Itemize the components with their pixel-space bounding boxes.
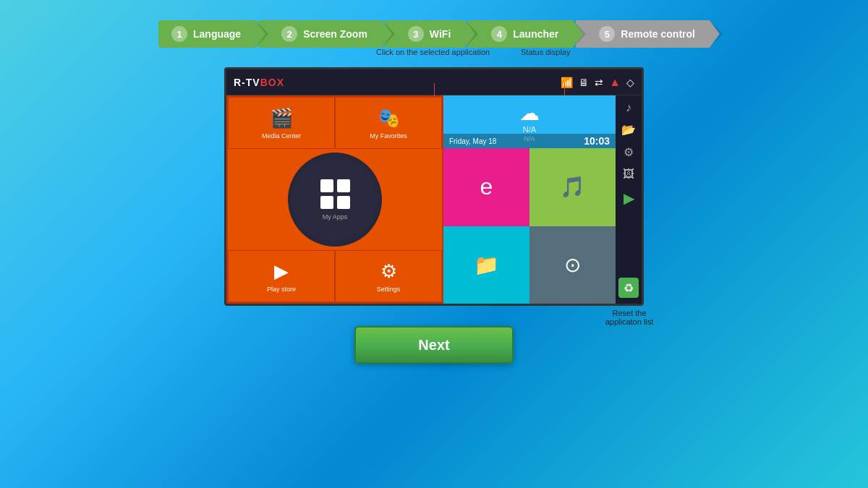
reset-annotation-label: Reset the applicaton list — [600, 309, 658, 326]
my-apps-circle: My Apps — [288, 153, 382, 247]
weather-cloud-icon: ☁ — [519, 101, 540, 125]
step-4-label: Launcher — [513, 28, 558, 40]
sidebar-play-icon[interactable]: ▶ — [624, 189, 634, 207]
datetime-bar: Friday, May 18 10:03 — [443, 134, 616, 148]
wifi-icon: 📶 — [561, 77, 573, 88]
next-button[interactable]: Next — [354, 326, 514, 364]
media-center-cell[interactable]: 🎬 Media Center — [228, 97, 335, 149]
step-4[interactable]: 4 Launcher — [468, 20, 573, 48]
step-2-label: Screen Zoom — [303, 28, 367, 40]
media-center-label: Media Center — [262, 132, 301, 140]
step-2-num: 2 — [281, 26, 297, 42]
music-icon: 🎵 — [560, 175, 585, 199]
signal-icon: ◇ — [626, 77, 634, 88]
my-favorites-label: My Favorites — [370, 132, 407, 140]
main-content: Click on the selected application Status… — [0, 48, 868, 488]
annotation-row: Click on the selected application Status… — [210, 48, 658, 64]
step-3-label: WiFi — [430, 28, 451, 40]
cast-icon: ⇄ — [595, 77, 603, 88]
step-1[interactable]: 1 Language — [158, 20, 255, 48]
tvbox-wrapper: R-TVBOX 📶 🖥 ⇄ ▲ ◇ 🎬 Media Center — [210, 67, 658, 306]
tvbox-body: 🎬 Media Center 🎭 My Favorites — [226, 95, 642, 304]
settings-cell[interactable]: ⚙ Settings — [335, 250, 442, 302]
media-center-icon: 🎬 — [270, 107, 293, 129]
step-1-label: Language — [193, 28, 241, 40]
file-tile[interactable]: 📁 — [443, 226, 529, 304]
notification-icon: ▲ — [609, 76, 621, 89]
sidebar-image-icon[interactable]: 🖼 — [623, 168, 634, 181]
step-5-label: Remote control — [621, 28, 695, 40]
weather-na1: N/A — [523, 125, 536, 134]
music-tile[interactable]: 🎵 — [529, 148, 616, 226]
weather-cell: ☁ N/A N/A Friday, May 18 10:03 — [443, 95, 616, 148]
my-apps-circle-cell[interactable]: My Apps — [228, 149, 442, 250]
status-arrow-line — [564, 83, 565, 96]
step-5-num: 5 — [599, 26, 615, 42]
play-store-cell[interactable]: ▶ Play store — [228, 250, 335, 302]
nav-tile[interactable]: ⊙ — [529, 226, 616, 304]
apps-grid-icon — [320, 179, 350, 209]
reset-green-btn[interactable]: ♻ — [618, 278, 639, 298]
file-icon: 📁 — [474, 253, 499, 277]
settings-icon: ⚙ — [380, 260, 397, 283]
grid-sq-4 — [337, 196, 350, 209]
step-1-num: 1 — [171, 26, 187, 42]
stepper: 1 Language 2 Screen Zoom 3 WiFi 4 Launch… — [158, 20, 710, 48]
click-annotation-label: Click on the selected application — [376, 48, 490, 56]
recycle-icon: ♻ — [624, 281, 634, 295]
right-panel: ☁ N/A N/A Friday, May 18 10:03 e — [443, 95, 616, 304]
tvbox-logo: R-TVBOX — [234, 77, 284, 88]
sidebar-folder-icon[interactable]: 📂 — [621, 123, 636, 137]
sidebar-icons: ♪ 📂 ⚙ 🖼 ▶ ♻ — [616, 95, 642, 304]
play-store-label: Play store — [267, 286, 296, 293]
my-favorites-cell[interactable]: 🎭 My Favorites — [335, 97, 442, 149]
left-panel: 🎬 Media Center 🎭 My Favorites — [226, 95, 443, 304]
step-5[interactable]: 5 Remote control — [576, 20, 710, 48]
date-text: Friday, May 18 — [449, 137, 496, 145]
tvbox-screen: R-TVBOX 📶 🖥 ⇄ ▲ ◇ 🎬 Media Center — [224, 67, 644, 306]
status-annotation-label: Status display — [521, 48, 570, 56]
sidebar-settings-icon[interactable]: ⚙ — [624, 145, 634, 159]
settings-label: Settings — [377, 286, 401, 293]
step-3[interactable]: 3 WiFi — [385, 20, 465, 48]
sidebar-music-icon[interactable]: ♪ — [626, 101, 631, 114]
step-4-num: 4 — [491, 26, 507, 42]
click-arrow-line — [434, 83, 435, 96]
step-2[interactable]: 2 Screen Zoom — [258, 20, 382, 48]
browser-tile[interactable]: e — [443, 148, 529, 226]
display-icon: 🖥 — [579, 77, 589, 88]
tvbox-status-icons: 📶 🖥 ⇄ ▲ ◇ — [561, 76, 634, 89]
grid-sq-2 — [337, 179, 350, 192]
my-favorites-icon: 🎭 — [377, 107, 400, 129]
nav-icon: ⊙ — [564, 253, 581, 277]
grid-sq-3 — [320, 196, 333, 209]
time-text: 10:03 — [584, 135, 610, 147]
step-3-num: 3 — [408, 26, 424, 42]
play-store-icon: ▶ — [274, 260, 289, 283]
my-apps-label: My Apps — [323, 213, 348, 221]
browser-icon: e — [480, 174, 493, 200]
grid-sq-1 — [320, 179, 333, 192]
